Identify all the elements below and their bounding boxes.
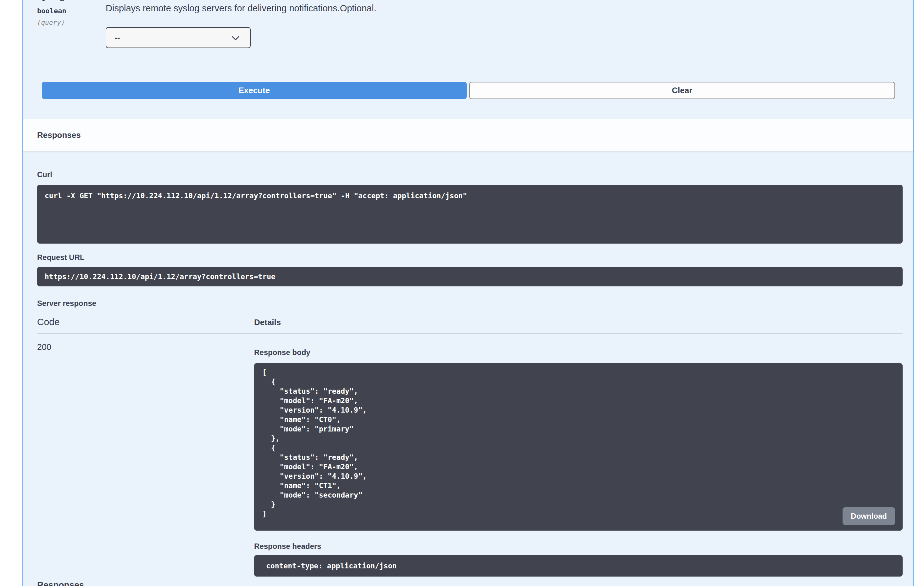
parameter-location: (query): [37, 19, 65, 26]
code-column-header: Code: [37, 316, 254, 327]
parameter-type: boolean: [37, 7, 66, 15]
response-details-cell: Response body [ { "status": "ready", "mo…: [254, 343, 903, 576]
details-column-header: Details: [254, 318, 281, 327]
responses-doc-section-title: Responses: [37, 580, 84, 586]
server-response-label: Server response: [37, 299, 903, 308]
responses-section-title: Responses: [37, 130, 81, 140]
curl-command: curl -X GET "https://10.224.112.10/api/1…: [37, 185, 903, 243]
chevron-down-icon: [232, 33, 239, 43]
response-body[interactable]: [ { "status": "ready", "model": "FA-m20"…: [254, 363, 903, 531]
responses-section-header: Responses: [23, 119, 913, 151]
clear-button[interactable]: Clear: [469, 82, 895, 99]
responses-inner: Curl curl -X GET "https://10.224.112.10/…: [37, 151, 903, 576]
parameter-select-value: --: [114, 33, 120, 43]
response-body-label: Response body: [254, 348, 903, 357]
response-headers-label: Response headers: [254, 542, 903, 551]
response-row: 200 Response body [ { "status": "ready",…: [37, 343, 903, 576]
parameter-description: Displays remote syslog servers for deliv…: [106, 3, 376, 13]
response-status-code: 200: [37, 343, 254, 576]
execute-button[interactable]: Execute: [42, 82, 467, 99]
response-body-wrap: [ { "status": "ready", "model": "FA-m20"…: [254, 363, 903, 531]
request-url-label: Request URL: [37, 253, 903, 262]
execute-wrapper: Execute Clear: [42, 82, 895, 99]
request-url-value: https://10.224.112.10/api/1.12/array?con…: [37, 267, 903, 286]
operation-block-get: syslogserver boolean (query) Displays re…: [22, 0, 914, 586]
parameter-select[interactable]: --: [106, 27, 251, 48]
response-headers: content-type: application/json: [254, 555, 903, 576]
response-table-header: Code Details: [37, 316, 903, 334]
download-button[interactable]: Download: [843, 507, 895, 525]
parameter-name: syslogserver: [37, 0, 92, 2]
curl-label: Curl: [37, 170, 903, 179]
